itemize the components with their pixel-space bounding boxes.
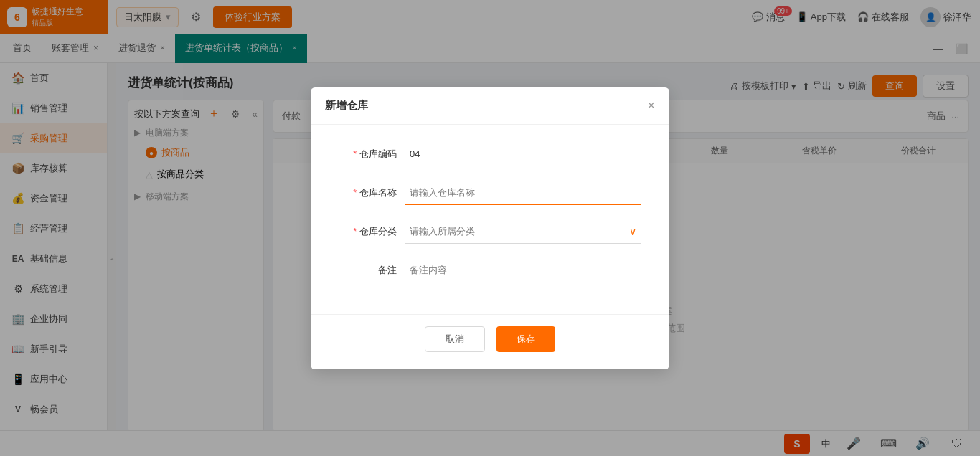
dialog-body: 仓库编码 仓库名称 仓库分类 ∨ 备注: [311, 125, 669, 314]
note-label: 备注: [339, 264, 397, 277]
category-input[interactable]: [405, 219, 641, 244]
form-row-note: 备注: [339, 258, 641, 282]
dialog-header: 新增仓库 ×: [311, 87, 669, 125]
code-input[interactable]: [405, 142, 641, 166]
dialog-footer: 取消 保存: [311, 314, 669, 369]
code-label: 仓库编码: [339, 148, 397, 161]
note-input[interactable]: [405, 258, 641, 282]
save-button[interactable]: 保存: [496, 326, 555, 352]
form-row-code: 仓库编码: [339, 142, 641, 166]
category-select-wrapper: ∨: [405, 219, 641, 244]
name-label: 仓库名称: [339, 186, 397, 199]
form-row-name: 仓库名称: [339, 181, 641, 205]
dialog-title: 新增仓库: [325, 99, 368, 113]
dialog-add-warehouse: 新增仓库 × 仓库编码 仓库名称 仓库分类 ∨: [311, 87, 669, 369]
modal-overlay: 新增仓库 × 仓库编码 仓库名称 仓库分类 ∨: [0, 0, 980, 456]
form-row-category: 仓库分类 ∨: [339, 219, 641, 244]
cancel-button[interactable]: 取消: [425, 326, 485, 352]
category-label: 仓库分类: [339, 225, 397, 238]
name-input[interactable]: [405, 181, 641, 205]
dialog-close-btn[interactable]: ×: [647, 99, 655, 112]
